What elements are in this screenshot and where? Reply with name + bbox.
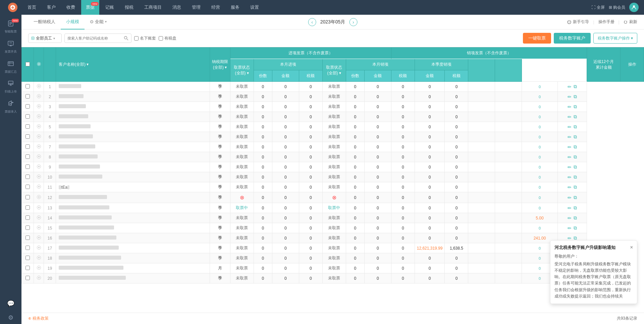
sidebar-item-ticket-summary[interactable]: 票据汇总: [1, 58, 20, 76]
row-checkbox[interactable]: [25, 94, 30, 99]
th-client-name[interactable]: 客户名称(全部) ▾: [56, 48, 210, 82]
tab-small-scale[interactable]: 小规模: [61, 15, 85, 29]
row-checkbox[interactable]: [25, 175, 30, 179]
nav-item-business[interactable]: 工商项目: [140, 0, 166, 15]
edit-icon[interactable]: ✏: [568, 114, 572, 120]
prev-month-btn[interactable]: ‹: [308, 18, 316, 26]
th-tax-period[interactable]: 纳税期限(全部) ▾: [210, 48, 230, 82]
nav-item-client[interactable]: 客户: [42, 0, 60, 15]
new-guide-link[interactable]: ? 新手引导: [567, 19, 589, 25]
search-input[interactable]: [67, 36, 122, 40]
tab-general-taxpayer[interactable]: 一般纳税人: [28, 15, 61, 29]
row-checkbox[interactable]: [25, 185, 30, 189]
edit-icon[interactable]: ✏: [568, 215, 572, 221]
edit-icon[interactable]: ✏: [568, 195, 572, 200]
copy-icon[interactable]: ⧉: [574, 205, 577, 211]
row-checkbox[interactable]: [25, 124, 30, 129]
tax-digital-account-btn[interactable]: 税务数字账户: [554, 33, 591, 44]
copy-icon[interactable]: ⧉: [574, 134, 577, 140]
edit-icon[interactable]: ✏: [568, 124, 572, 130]
policy-link[interactable]: ⊕ 税务政策: [28, 316, 49, 321]
th-in-status[interactable]: 取票状态(全部) ▾: [230, 59, 254, 82]
edit-icon[interactable]: ✏: [568, 205, 572, 211]
refresh-link[interactable]: 刷新: [624, 19, 637, 25]
nav-item-message[interactable]: 消息: [168, 0, 186, 15]
edit-icon[interactable]: ✏: [568, 94, 572, 100]
nav-item-billing[interactable]: 收费: [62, 0, 80, 15]
sidebar-item-ticket-entry[interactable]: 票据录入: [1, 98, 20, 116]
fullscreen-btn[interactable]: ⛶ 全屏: [591, 5, 604, 10]
sidebar-item-chat[interactable]: 💬: [1, 297, 20, 310]
sidebar-item-scan-upload[interactable]: 扫描上传: [1, 77, 20, 96]
row-checkbox[interactable]: [25, 134, 30, 139]
edit-icon[interactable]: ✏: [568, 165, 572, 170]
employee-select[interactable]: 全部员工 ▾: [28, 34, 62, 43]
select-all-checkbox[interactable]: [25, 62, 30, 66]
copy-icon[interactable]: ⧉: [574, 215, 577, 221]
copy-icon[interactable]: ⧉: [574, 154, 577, 160]
edit-icon[interactable]: ✏: [568, 154, 572, 160]
search-icon[interactable]: [124, 36, 128, 41]
copy-icon[interactable]: ⧉: [574, 174, 577, 180]
nav-item-operation[interactable]: 经营: [207, 0, 225, 15]
copy-icon[interactable]: ⧉: [574, 195, 577, 200]
settings-icon[interactable]: [37, 62, 41, 66]
row-checkbox[interactable]: [25, 84, 30, 88]
nav-item-settings[interactable]: 设置: [246, 0, 264, 15]
edit-icon[interactable]: ✏: [568, 144, 572, 150]
nav-item-service[interactable]: 服务: [226, 0, 244, 15]
copy-icon[interactable]: ⧉: [574, 94, 577, 100]
one-click-ticket-btn[interactable]: 一键取票: [523, 33, 551, 44]
row-checkbox[interactable]: [25, 276, 30, 280]
sidebar-item-smart-ticket[interactable]: 智能取票 new: [1, 17, 20, 36]
copy-icon[interactable]: ⧉: [574, 225, 577, 231]
name-accounts-checkbox[interactable]: [134, 36, 139, 41]
notification-close-btn[interactable]: ×: [630, 245, 633, 251]
copy-icon[interactable]: ⧉: [574, 144, 577, 150]
user-avatar[interactable]: [629, 3, 639, 12]
sidebar-item-config[interactable]: ⚙: [1, 311, 20, 324]
th-qtr-amount: 金额: [415, 70, 445, 82]
row-checkbox[interactable]: [25, 154, 30, 159]
nav-item-bookkeeping[interactable]: 记账: [101, 0, 119, 15]
nav-item-tax[interactable]: 报税: [120, 0, 138, 15]
copy-icon[interactable]: ⧉: [574, 84, 577, 89]
row-checkbox[interactable]: [25, 215, 30, 220]
row-checkbox[interactable]: [25, 236, 30, 240]
copy-icon[interactable]: ⧉: [574, 104, 577, 110]
copy-icon[interactable]: ⧉: [574, 184, 577, 190]
sidebar-item-invoice-open[interactable]: 发票开具: [1, 38, 20, 56]
nav-item-manage[interactable]: 管理: [187, 0, 205, 15]
edit-icon[interactable]: ✏: [568, 84, 572, 89]
row-checkbox-cell: [22, 253, 34, 263]
row-checkbox[interactable]: [25, 165, 30, 169]
copy-icon[interactable]: ⧉: [574, 124, 577, 130]
has-tax-disk-checkbox-label[interactable]: 有税盘: [159, 36, 176, 41]
row-checkbox[interactable]: [25, 266, 30, 270]
row-checkbox[interactable]: [25, 205, 30, 210]
row-checkbox[interactable]: [25, 225, 30, 230]
edit-icon[interactable]: ✏: [568, 185, 572, 190]
has-tax-disk-checkbox[interactable]: [159, 36, 163, 41]
member-btn[interactable]: ⊞ 购会员: [609, 5, 625, 10]
edit-icon[interactable]: ✏: [568, 134, 572, 140]
next-month-btn[interactable]: ›: [349, 18, 357, 26]
edit-icon[interactable]: ✏: [568, 225, 572, 231]
edit-icon[interactable]: ✏: [568, 175, 572, 180]
row-checkbox[interactable]: [25, 144, 30, 149]
row-checkbox[interactable]: [25, 246, 30, 250]
operation-manual-link[interactable]: 操作手册: [598, 19, 614, 25]
row-checkbox[interactable]: [25, 256, 30, 260]
row-checkbox[interactable]: [25, 104, 30, 109]
edit-icon[interactable]: ✏: [568, 104, 572, 110]
copy-icon[interactable]: ⧉: [574, 114, 577, 120]
row-checkbox[interactable]: [25, 195, 30, 199]
tab-all[interactable]: ⊙ 全能 ▾: [85, 15, 112, 29]
copy-icon[interactable]: ⧉: [574, 164, 577, 170]
th-out-status[interactable]: 取票状态(全部) ▾: [322, 59, 346, 82]
nav-item-home[interactable]: 首页: [23, 0, 41, 15]
nav-item-ticket[interactable]: 票据 new: [81, 0, 99, 15]
name-accounts-checkbox-label[interactable]: 名下账套: [134, 36, 156, 41]
tax-digital-account-ops-btn[interactable]: 税务数字账户操作 ▾: [593, 33, 637, 44]
row-checkbox[interactable]: [25, 114, 30, 119]
